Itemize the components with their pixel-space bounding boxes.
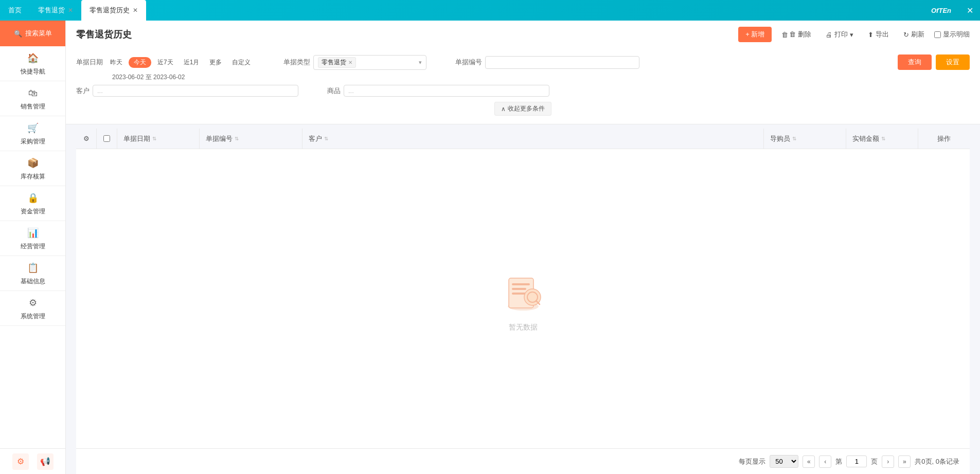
svg-rect-3 [512,288,526,290]
sidebar-settings-button[interactable]: ⚙ [12,453,29,470]
sidebar-item-label-inventory: 库存核算 [21,172,45,181]
settings-button[interactable]: 设置 [936,54,970,70]
th-action: 操作 [918,129,970,149]
sidebar-item-label-finance-mgmt: 资金管理 [21,207,45,216]
window-close-button[interactable]: ✕ [959,0,980,21]
content-main: ⚙ 单据日期 ⇅ 单据编号 ⇅ 客户 ⇅ [66,124,980,474]
sidebar-item-sales-mgmt[interactable]: 🛍 销售管理 [0,81,65,116]
date-btn-yesterday[interactable]: 昨天 [106,57,127,68]
date-btn-more[interactable]: 更多 [205,57,226,68]
bill-type-label: 单据类型 [283,58,310,67]
first-page-button[interactable]: « [803,455,815,468]
close-tab-retail-return-history-icon[interactable]: ✕ [133,7,138,14]
select-all-checkbox[interactable] [103,135,110,142]
collapse-label: 收起更多条件 [508,104,545,113]
purchase-mgmt-icon: 🛒 [26,121,40,135]
bill-type-tag: 零售退货 ✕ [318,57,356,68]
sidebar-speaker-button[interactable]: 📢 [37,453,54,470]
display-detail-checkbox[interactable] [934,31,941,38]
query-button[interactable]: 查询 [898,54,932,70]
date-btn-today[interactable]: 今天 [129,57,151,68]
main-layout: 🔍 搜索菜单 🏠 快捷导航 🛍 销售管理 🛒 采购管理 📦 库存核算 🔒 资金管… [0,21,980,474]
date-btn-1month[interactable]: 近1月 [180,57,204,68]
th-bill-no-sort-icon: ⇅ [235,136,239,141]
table-header: ⚙ 单据日期 ⇅ 单据编号 ⇅ 客户 ⇅ [76,129,970,149]
brand-label: OfTEn [931,7,951,14]
new-button[interactable]: + 新增 [738,27,772,42]
svg-rect-2 [512,283,530,285]
sidebar-item-purchase-mgmt[interactable]: 🛒 采购管理 [0,116,65,151]
bill-no-input[interactable] [485,56,639,69]
print-dropdown-icon: ▾ [850,31,853,39]
collapse-button[interactable]: ∧ 收起更多条件 [494,102,551,116]
th-checkbox[interactable] [97,129,117,149]
th-amount[interactable]: 实销金额 ⇅ [846,129,918,149]
th-guide[interactable]: 导购员 ⇅ [764,129,846,149]
th-settings[interactable]: ⚙ [76,129,97,149]
delete-button[interactable]: 🗑 🗑 删除 [777,27,816,42]
date-btn-7days[interactable]: 近7天 [153,57,177,68]
close-tab-retail-return-icon[interactable]: ✕ [68,7,73,14]
refresh-button[interactable]: ↻ 刷新 [899,27,929,42]
print-button[interactable]: 🖨 打印 ▾ [821,27,858,42]
th-bill-date-sort-icon: ⇅ [152,136,156,141]
goods-label: 商品 [327,86,341,96]
quick-nav-icon: 🏠 [26,51,40,65]
date-range-text: 2023-06-02 至 2023-06-02 [112,74,185,81]
sidebar-item-quick-nav[interactable]: 🏠 快捷导航 [0,46,65,81]
tab-retail-return-history[interactable]: 零售退货历史 ✕ [81,0,146,21]
delete-label: 🗑 删除 [789,30,811,39]
bill-type-tag-label: 零售退货 [322,58,346,67]
th-bill-no[interactable]: 单据编号 ⇅ [200,129,302,149]
sys-mgmt-icon: ⚙ [26,296,40,310]
next-page-button[interactable]: › [882,455,894,468]
sidebar-item-inventory[interactable]: 📦 库存核算 [0,151,65,186]
search-sidebar-icon: 🔍 [14,30,22,38]
content-area: 零售退货历史 + 新增 🗑 🗑 删除 🖨 打印 ▾ ⬆ 导出 [66,21,980,474]
th-amount-sort-icon: ⇅ [881,136,885,141]
sidebar-item-ops-mgmt[interactable]: 📊 经营管理 [0,221,65,256]
prev-page-button[interactable]: ‹ [819,455,831,468]
filter-area: 单据日期 昨天 今天 近7天 近1月 更多 自定义 单据类型 [76,48,970,124]
per-page-select[interactable]: 50 10 20 100 [770,455,798,468]
display-detail-checkbox-label[interactable]: 显示明细 [934,30,970,39]
th-bill-no-label: 单据编号 [206,134,233,143]
display-detail-label: 显示明细 [943,30,970,39]
page-label: 第 [835,457,842,466]
sidebar-item-sys-mgmt[interactable]: ⚙ 系统管理 [0,291,65,326]
page-title: 零售退货历史 [76,28,132,41]
sidebar-item-finance-mgmt[interactable]: 🔒 资金管理 [0,186,65,221]
empty-text: 暂无数据 [509,323,538,332]
th-guide-label: 导购员 [770,134,790,143]
sidebar-item-label-sys-mgmt: 系统管理 [21,312,45,321]
filter-group-bill-type: 单据类型 零售退货 ✕ ▾ [283,55,426,70]
sidebar-search[interactable]: 🔍 搜索菜单 [0,21,65,46]
topbar-right: OfTEn [931,7,959,14]
customer-placeholder: ... [97,87,103,95]
print-icon: 🖨 [826,31,832,39]
tab-retail-return[interactable]: 零售退货 ✕ [30,0,81,21]
th-customer[interactable]: 客户 ⇅ [302,129,764,149]
page-input[interactable] [846,455,867,467]
sidebar-item-label-sales-mgmt: 销售管理 [21,102,45,111]
th-bill-date[interactable]: 单据日期 ⇅ [117,129,200,149]
sidebar: 🔍 搜索菜单 🏠 快捷导航 🛍 销售管理 🛒 采购管理 📦 库存核算 🔒 资金管… [0,21,66,474]
sidebar-item-basic-info[interactable]: 📋 基础信息 [0,256,65,291]
date-btn-custom[interactable]: 自定义 [228,57,255,68]
bill-type-input[interactable]: 零售退货 ✕ ▾ [313,55,426,70]
filter-group-goods: 商品 ... [327,85,549,97]
customer-label: 客户 [76,86,90,96]
bill-type-tag-remove-icon[interactable]: ✕ [348,60,352,65]
goods-input[interactable]: ... [344,85,549,97]
bill-type-dropdown-icon: ▾ [419,59,422,66]
export-button[interactable]: ⬆ 导出 [863,27,894,42]
delete-icon: 🗑 [781,31,788,39]
empty-state: 暂无数据 [76,149,970,448]
last-page-button[interactable]: » [898,455,911,468]
filter-row-2: 客户 ... 商品 ... [76,85,970,97]
export-icon: ⬆ [868,31,874,39]
table-area: ⚙ 单据日期 ⇅ 单据编号 ⇅ 客户 ⇅ [76,129,970,448]
customer-input[interactable]: ... [93,85,298,97]
pagination: 每页显示 50 10 20 100 « ‹ 第 页 › » 共0页, 0条记录 [76,448,970,474]
tab-home[interactable]: 首页 [0,0,30,21]
